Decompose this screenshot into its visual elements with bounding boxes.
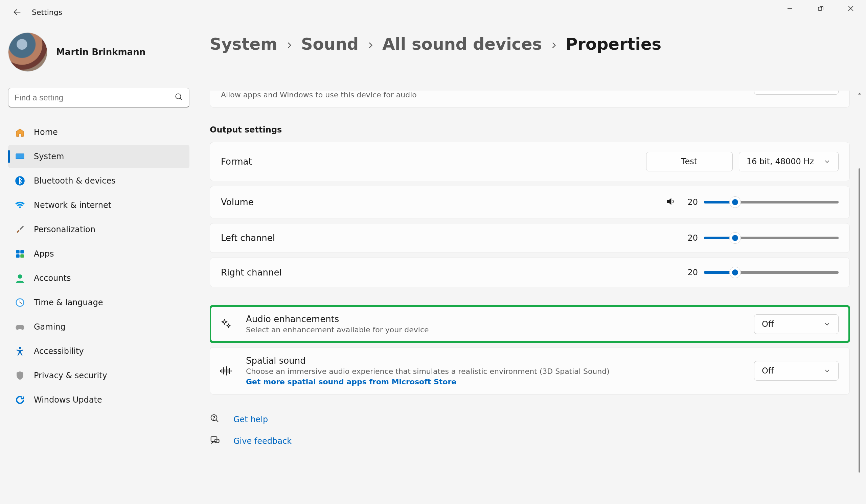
person-icon xyxy=(14,273,26,284)
scrollbar-thumb[interactable] xyxy=(858,168,860,472)
gamepad-icon xyxy=(14,321,26,333)
chevron-down-icon xyxy=(823,158,831,165)
left-channel-value: 20 xyxy=(687,233,698,243)
update-icon xyxy=(14,394,26,405)
profile[interactable]: Martin Brinkmann xyxy=(8,33,189,72)
volume-label: Volume xyxy=(221,197,254,207)
content-scroll: Allow apps and Windows to use this devic… xyxy=(210,91,850,504)
right-channel-label: Right channel xyxy=(221,267,282,277)
breadcrumb-system[interactable]: System xyxy=(210,34,277,54)
sidebar-item-time[interactable]: Time & language xyxy=(8,291,189,314)
get-help-link[interactable]: Get help xyxy=(210,413,850,426)
back-button[interactable] xyxy=(10,4,25,20)
window-title: Settings xyxy=(32,8,62,16)
search xyxy=(8,88,189,107)
chevron-down-icon xyxy=(823,367,831,375)
feedback-icon xyxy=(210,435,221,447)
sidebar-item-label: Personalization xyxy=(34,225,96,234)
sidebar-item-label: System xyxy=(34,152,64,161)
right-channel-slider[interactable] xyxy=(704,271,839,274)
sidebar-item-label: Privacy & security xyxy=(34,371,107,380)
search-input[interactable] xyxy=(8,88,189,107)
format-label: Format xyxy=(221,157,252,167)
apps-icon xyxy=(14,248,26,260)
sidebar-item-label: Network & internet xyxy=(34,201,111,210)
chevron-down-icon xyxy=(823,320,831,328)
sidebar-item-accessibility[interactable]: Accessibility xyxy=(8,340,189,363)
breadcrumb-all-devices[interactable]: All sound devices xyxy=(382,34,542,54)
sidebar-item-personalization[interactable]: Personalization xyxy=(8,218,189,241)
back-arrow-icon xyxy=(12,8,22,17)
left-channel-slider[interactable] xyxy=(704,237,839,239)
sidebar-item-apps[interactable]: Apps xyxy=(8,242,189,266)
svg-point-26 xyxy=(213,419,214,420)
home-icon xyxy=(14,126,26,138)
spatial-sound-card[interactable]: Spatial sound Choose an immersive audio … xyxy=(210,347,850,394)
audio-enhancements-title: Audio enhancements xyxy=(246,314,429,324)
spatial-sub: Choose an immersive audio experience tha… xyxy=(246,367,610,376)
format-test-button[interactable]: Test xyxy=(646,152,733,171)
titlebar: Settings xyxy=(0,0,866,24)
sidebar-item-update[interactable]: Windows Update xyxy=(8,388,189,412)
sidebar-item-label: Windows Update xyxy=(34,395,102,405)
svg-rect-1 xyxy=(818,7,822,11)
sidebar-item-label: Bluetooth & devices xyxy=(34,176,116,186)
breadcrumb-current: Properties xyxy=(566,34,661,54)
sidebar-item-system[interactable]: System xyxy=(8,145,189,168)
allow-dropdown[interactable] xyxy=(754,91,839,95)
svg-line-5 xyxy=(180,98,182,100)
search-icon xyxy=(175,93,184,103)
spatial-store-link[interactable]: Get more spatial sound apps from Microso… xyxy=(246,378,610,386)
window-controls xyxy=(775,0,866,17)
scroll-up-icon[interactable] xyxy=(857,91,862,95)
volume-card: Volume 20 xyxy=(210,186,850,218)
spatial-title: Spatial sound xyxy=(246,356,610,366)
sidebar-item-label: Accounts xyxy=(34,274,71,283)
volume-slider[interactable] xyxy=(704,201,839,204)
minimize-button[interactable] xyxy=(775,0,805,17)
sidebar-item-label: Apps xyxy=(34,249,54,259)
left-channel-card: Left channel 20 xyxy=(210,223,850,253)
general-allow-card[interactable]: Allow apps and Windows to use this devic… xyxy=(210,91,850,107)
maximize-icon xyxy=(817,5,824,12)
svg-point-4 xyxy=(176,94,181,99)
svg-rect-11 xyxy=(16,254,20,257)
give-feedback-link[interactable]: Give feedback xyxy=(210,435,850,447)
svg-point-13 xyxy=(18,274,22,279)
format-card: Format Test 16 bit, 48000 Hz xyxy=(210,142,850,181)
spatial-dropdown[interactable]: Off xyxy=(754,361,839,381)
minimize-icon xyxy=(787,5,793,12)
chevron-right-icon xyxy=(549,34,558,54)
close-button[interactable] xyxy=(835,0,866,17)
accessibility-icon xyxy=(14,345,26,357)
scrollbar[interactable] xyxy=(858,91,861,504)
shield-icon xyxy=(14,370,26,381)
main: System Sound All sound devices Propertie… xyxy=(196,24,866,504)
svg-rect-9 xyxy=(16,250,20,253)
sidebar-item-label: Accessibility xyxy=(34,346,84,356)
speaker-icon[interactable] xyxy=(665,196,677,208)
clock-icon xyxy=(14,297,26,308)
sidebar-item-home[interactable]: Home xyxy=(8,121,189,144)
format-test-label: Test xyxy=(681,157,697,166)
maximize-button[interactable] xyxy=(805,0,835,17)
svg-rect-10 xyxy=(20,250,24,253)
help-links: Get help Give feedback xyxy=(210,413,850,447)
chevron-right-icon xyxy=(285,34,293,54)
sidebar-item-bluetooth[interactable]: Bluetooth & devices xyxy=(8,169,189,193)
svg-line-27 xyxy=(216,420,218,422)
get-help-label: Get help xyxy=(233,415,268,424)
format-dropdown[interactable]: 16 bit, 48000 Hz xyxy=(739,152,839,171)
nav: Home System Bluetooth & devices Network … xyxy=(8,121,189,412)
audio-enhancements-dropdown[interactable]: Off xyxy=(754,314,839,334)
audio-enhancements-card[interactable]: Audio enhancements Select an enhancement… xyxy=(210,306,850,342)
sidebar-item-privacy[interactable]: Privacy & security xyxy=(8,364,189,387)
format-value: 16 bit, 48000 Hz xyxy=(747,157,814,166)
breadcrumb-sound[interactable]: Sound xyxy=(301,34,358,54)
breadcrumb: System Sound All sound devices Propertie… xyxy=(210,34,866,54)
sidebar-item-network[interactable]: Network & internet xyxy=(8,193,189,217)
sidebar-item-gaming[interactable]: Gaming xyxy=(8,315,189,339)
bluetooth-icon xyxy=(14,175,26,186)
sidebar-item-accounts[interactable]: Accounts xyxy=(8,266,189,290)
svg-rect-12 xyxy=(20,254,24,257)
